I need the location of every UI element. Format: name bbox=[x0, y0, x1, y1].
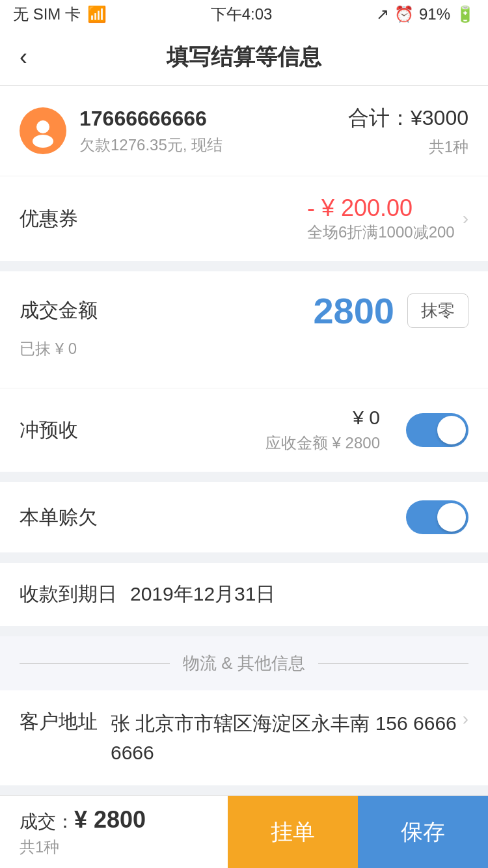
total-amount: 合计：¥3000 bbox=[348, 104, 468, 133]
bottom-count: 共1种 bbox=[20, 837, 208, 858]
deal-amount-section: 成交金额 2800 抹零 已抹 ¥ 0 冲预收 ¥ 0 应收金额 ¥ 2800 bbox=[0, 271, 488, 472]
chong-value: ¥ 0 bbox=[353, 407, 380, 429]
wifi-icon: 📶 bbox=[87, 5, 107, 23]
customer-info: 17666666666 欠款1276.35元, 现结 bbox=[79, 107, 348, 156]
deal-amount-value: 2800 bbox=[313, 290, 394, 332]
bendanqueian-toggle[interactable] bbox=[406, 500, 468, 534]
status-time: 下午4:03 bbox=[211, 4, 273, 25]
coupon-row[interactable]: 优惠券 - ¥ 200.00 全场6折满1000减200 › bbox=[0, 176, 488, 261]
status-left: 无 SIM 卡 📶 bbox=[13, 4, 107, 25]
address-label: 客户地址 bbox=[20, 709, 98, 735]
logistics-text: 物流 & 其他信息 bbox=[183, 652, 305, 675]
bottom-bar: 成交：¥ 2800 共1种 挂单 保存 bbox=[0, 795, 488, 868]
logistics-divider: 物流 & 其他信息 bbox=[0, 636, 488, 690]
coupon-discount: - ¥ 200.00 bbox=[307, 195, 455, 222]
chong-sub: 应收金额 ¥ 2800 bbox=[265, 433, 380, 454]
content: 17666666666 欠款1276.35元, 现结 合计：¥3000 共1种 … bbox=[0, 86, 488, 868]
bendanqueian-label: 本单赊欠 bbox=[20, 504, 98, 531]
coupon-label: 优惠券 bbox=[20, 206, 78, 232]
status-bar: 无 SIM 卡 📶 下午4:03 ↗ ⏰ 91% 🔋 bbox=[0, 0, 488, 29]
coupon-description: 全场6折满1000减200 bbox=[307, 222, 455, 243]
total-count: 共1种 bbox=[348, 137, 468, 157]
chong-toggle[interactable] bbox=[406, 413, 468, 447]
location-icon: ↗ bbox=[376, 5, 389, 23]
bottom-deal-row: 成交：¥ 2800 bbox=[20, 806, 208, 834]
bottom-deal-amount: ¥ 2800 bbox=[74, 806, 146, 833]
deal-amount-group: 2800 抹零 bbox=[313, 290, 468, 332]
payment-date-row: 收款到期日 2019年12月31日 bbox=[0, 563, 488, 626]
address-row[interactable]: 客户地址 张 北京市市辖区海淀区永丰南 156 6666 6666 › bbox=[0, 690, 488, 785]
avatar bbox=[20, 107, 66, 154]
address-value: 张 北京市市辖区海淀区永丰南 156 6666 6666 bbox=[111, 709, 463, 767]
customer-phone: 17666666666 bbox=[79, 107, 348, 131]
carrier-label: 无 SIM 卡 bbox=[13, 4, 81, 25]
bottom-deal-label: 成交： bbox=[20, 811, 74, 832]
chevron-right-icon: › bbox=[463, 208, 468, 229]
customer-row: 17666666666 欠款1276.35元, 现结 合计：¥3000 共1种 bbox=[0, 86, 488, 176]
customer-card: 17666666666 欠款1276.35元, 现结 合计：¥3000 共1种 … bbox=[0, 86, 488, 261]
back-button[interactable]: ‹ bbox=[20, 44, 27, 71]
payment-date-label: 收款到期日 bbox=[20, 581, 117, 608]
hang-button[interactable]: 挂单 bbox=[228, 796, 358, 869]
svg-point-1 bbox=[33, 135, 53, 148]
deal-amount-label: 成交金额 bbox=[20, 297, 98, 324]
divider-line-right bbox=[318, 663, 468, 664]
customer-debt: 欠款1276.35元, 现结 bbox=[79, 135, 348, 156]
battery-label: 91% bbox=[419, 5, 450, 23]
page-title: 填写结算等信息 bbox=[167, 42, 321, 72]
coupon-right: - ¥ 200.00 全场6折满1000减200 › bbox=[307, 195, 468, 243]
save-button[interactable]: 保存 bbox=[358, 796, 488, 869]
battery-icon: 🔋 bbox=[455, 5, 475, 23]
round-button[interactable]: 抹零 bbox=[407, 293, 468, 328]
bendanqueian-row: 本单赊欠 bbox=[0, 482, 488, 552]
deal-sub-text: 已抹 ¥ 0 bbox=[20, 338, 468, 359]
deal-row: 成交金额 2800 抹零 bbox=[20, 290, 468, 332]
chong-values: ¥ 0 应收金额 ¥ 2800 bbox=[265, 407, 380, 454]
toggle-knob-2 bbox=[437, 503, 466, 532]
customer-total: 合计：¥3000 共1种 bbox=[348, 104, 468, 157]
total-value: ¥3000 bbox=[411, 106, 468, 129]
status-right: ↗ ⏰ 91% 🔋 bbox=[376, 5, 475, 23]
svg-point-0 bbox=[36, 120, 49, 133]
nav-bar: ‹ 填写结算等信息 bbox=[0, 29, 488, 86]
address-chevron-icon: › bbox=[463, 709, 468, 729]
chong-right-group: ¥ 0 应收金额 ¥ 2800 bbox=[265, 407, 468, 454]
deal-section-inner: 成交金额 2800 抹零 已抹 ¥ 0 bbox=[0, 271, 488, 377]
divider-line-left bbox=[20, 663, 170, 664]
alarm-icon: ⏰ bbox=[394, 5, 414, 23]
payment-date-value: 2019年12月31日 bbox=[130, 581, 275, 608]
chong-row: 冲预收 ¥ 0 应收金额 ¥ 2800 bbox=[0, 388, 488, 472]
total-label: 合计： bbox=[348, 106, 411, 129]
bottom-summary: 成交：¥ 2800 共1种 bbox=[0, 806, 228, 858]
toggle-knob bbox=[437, 416, 466, 444]
chong-label: 冲预收 bbox=[20, 417, 78, 444]
